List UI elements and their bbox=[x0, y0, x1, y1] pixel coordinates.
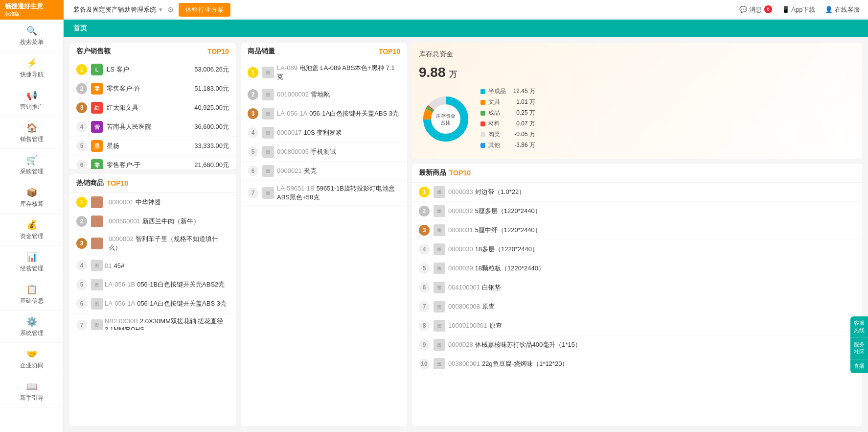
settings-icon[interactable]: ⚙ bbox=[167, 5, 174, 14]
trial-button[interactable]: 体验行业方案 bbox=[179, 3, 230, 17]
online-service[interactable]: 👤 在线客服 bbox=[825, 5, 860, 14]
product-info: LA-089电池盖 LA-089 ABS本色+黑种 7.1克 bbox=[277, 64, 400, 81]
table-row[interactable]: 6 图 0000021夹克 bbox=[241, 162, 407, 181]
rank-number: 9 bbox=[419, 339, 430, 350]
sidebar-item-finance-label: 资金管理 bbox=[20, 232, 44, 240]
product-image: 图 bbox=[262, 165, 274, 177]
float-btn-community[interactable]: 服务社区 bbox=[850, 338, 868, 360]
sidebar-item-marketing[interactable]: 📢 营销推广 bbox=[0, 84, 63, 117]
logo: 畅捷通好生意 标准版 bbox=[0, 0, 64, 20]
avatar: 零 bbox=[91, 159, 103, 169]
list-item[interactable]: 6 图 004100001白钢垫 bbox=[412, 278, 862, 297]
sidebar-item-quicknav[interactable]: ⚡ 快捷导航 bbox=[0, 52, 63, 84]
list-item[interactable]: 4 图 0145# bbox=[69, 256, 236, 275]
table-row[interactable]: 5 图 000800005手机测试 bbox=[241, 143, 407, 162]
list-item[interactable]: 5 图 000002918颗粒板（1220*2440） bbox=[412, 259, 862, 278]
sidebar-item-basic-info[interactable]: 📋 基础信息 bbox=[0, 278, 63, 311]
message-label: 消息 bbox=[749, 6, 762, 13]
table-row[interactable]: 4 图 000001710S 变利罗浆 bbox=[241, 123, 407, 143]
rank-number: 1 bbox=[76, 197, 87, 208]
float-btn-live[interactable]: 直播 bbox=[850, 360, 868, 373]
table-row[interactable]: 7 图 LA-59651-1B59651-1B旋转投影灯电池盒ABS黑色+58克 bbox=[241, 181, 407, 206]
sidebar-item-guide[interactable]: 📖 新手引导 bbox=[0, 375, 63, 408]
product-image: 图 bbox=[262, 108, 274, 120]
table-row[interactable]: 3 红 红太阳文具 40,925.00元 bbox=[69, 98, 236, 118]
rank-number: 5 bbox=[76, 141, 87, 151]
legend-value: -3.86 万 bbox=[506, 141, 535, 149]
list-item[interactable]: 8 图 10000100001原查 bbox=[412, 316, 862, 336]
legend-value: -0.05 万 bbox=[506, 130, 535, 139]
collab-icon: 🤝 bbox=[26, 349, 37, 360]
app-download[interactable]: 📱 App下载 bbox=[782, 5, 815, 14]
customer-name: 零售客户-许 bbox=[107, 84, 194, 93]
service-label: 在线客服 bbox=[835, 6, 860, 13]
chevron-down-icon[interactable]: ▾ bbox=[159, 6, 162, 13]
customer-value: 36,600.00元 bbox=[194, 122, 229, 131]
inventory-panel: 库存总资金 9.88 万 bbox=[412, 43, 862, 159]
table-row[interactable]: 5 星 星扬 33,333.00元 bbox=[69, 137, 236, 156]
table-row[interactable]: 1 L LS 客户 53,006.26元 bbox=[69, 60, 236, 79]
list-item[interactable]: 7 图 000800008原查 bbox=[412, 297, 862, 316]
list-item[interactable]: 3 图 00000315厘中纤（1220*2440） bbox=[412, 221, 862, 240]
product-info: 000800005手机测试 bbox=[277, 147, 400, 156]
sidebar-item-inventory[interactable]: 📦 库存核算 bbox=[0, 181, 63, 214]
phone-icon: 📱 bbox=[782, 6, 790, 13]
sidebar-item-operations[interactable]: 📊 经营管理 bbox=[0, 246, 63, 278]
table-row[interactable]: 2 零 零售客户-许 51,183.00元 bbox=[69, 79, 236, 98]
left-column: 客户销售额 TOP10 1 L LS 客户 53,006.26元 2 零 零售客… bbox=[69, 43, 236, 426]
table-row[interactable]: 3 图 LA-056-1A056-1A白色按键开关盖ABS 3壳 bbox=[241, 104, 407, 123]
legend-color bbox=[480, 132, 485, 137]
home-tab[interactable]: 首页 bbox=[64, 20, 97, 37]
list-item[interactable]: 2 000500001新西兰牛肉（新牛） bbox=[69, 212, 236, 231]
sidebar-item-sales[interactable]: 🏠 销售管理 bbox=[0, 117, 63, 149]
svg-text:占比: 占比 bbox=[441, 120, 451, 125]
rank-number: 8 bbox=[419, 320, 430, 331]
message-area[interactable]: 💬 消息 6 bbox=[739, 5, 772, 14]
list-item[interactable]: 9 图 0000028体械嘉核味苏打饮品400毫升（1*15） bbox=[412, 336, 862, 355]
product-info: LA-056-1A056-1A白色按键开关盖ABS 3壳 bbox=[277, 109, 400, 118]
rank-number: 4 bbox=[76, 121, 87, 132]
sidebar-item-finance[interactable]: 💰 资金管理 bbox=[0, 214, 63, 246]
sidebar-item-search[interactable]: 🔍 搜索菜单 bbox=[0, 20, 63, 52]
float-btn-service[interactable]: 客服热线 bbox=[850, 316, 868, 338]
rank-number: 7 bbox=[248, 188, 258, 198]
legend-color bbox=[480, 89, 485, 94]
basic-info-icon: 📋 bbox=[26, 284, 37, 295]
list-item[interactable]: 4 图 000003018多层（1220*2440） bbox=[412, 240, 862, 259]
legend-name: 材料 bbox=[488, 120, 506, 128]
table-row[interactable]: 6 零 零售客户-于 21,680.00元 bbox=[69, 156, 236, 169]
sidebar-item-quicknav-label: 快捷导航 bbox=[20, 71, 44, 79]
sidebar-item-purchase[interactable]: 🛒 采购管理 bbox=[0, 149, 63, 181]
sidebar-item-system[interactable]: ⚙️ 系统管理 bbox=[0, 311, 63, 343]
rank-number: 5 bbox=[248, 146, 258, 157]
avatar: 苦 bbox=[91, 121, 103, 133]
product-info: 0000001中华神器 bbox=[109, 198, 229, 207]
list-item[interactable]: 7 图 NB2.0X30B2.0X30MM双搓花轴.搓花直径2.1MM/ROHS bbox=[69, 313, 236, 330]
sidebar-item-collab[interactable]: 🤝 企业协同 bbox=[0, 343, 63, 375]
list-item[interactable]: 1 0000001中华神器 bbox=[69, 193, 236, 212]
legend-item: 材料 0.07 万 bbox=[480, 120, 535, 128]
product-info: LA-59651-1B59651-1B旋转投影灯电池盒ABS黑色+58克 bbox=[277, 184, 400, 202]
avatar: L bbox=[91, 64, 103, 75]
rank-number: 3 bbox=[419, 225, 430, 236]
new-products-header: 最新商品 TOP10 bbox=[412, 164, 862, 183]
table-row[interactable]: 2 图 001000002雪地靴 bbox=[241, 85, 407, 104]
list-item[interactable]: 1 图 0000033封边带（1.0*22） bbox=[412, 183, 862, 202]
table-row[interactable]: 1 图 LA-089电池盖 LA-089 ABS本色+黑种 7.1克 bbox=[241, 60, 407, 85]
list-item[interactable]: 5 图 LA-056-1B056-1B白色按键开关壳ABS2壳 bbox=[69, 275, 236, 294]
rank-number: 7 bbox=[76, 320, 87, 331]
product-info: 00380000122g鱼豆腐-烧烤味（1*12*20） bbox=[448, 360, 855, 368]
customer-value: 21,680.00元 bbox=[194, 161, 229, 169]
quick-nav-icon: ⚡ bbox=[26, 58, 37, 69]
list-item[interactable]: 6 图 LA-056-1A056-1A白色按键开关盖ABS 3壳 bbox=[69, 294, 236, 313]
sidebar-item-search-label: 搜索菜单 bbox=[20, 38, 44, 47]
product-ranking-title: 商品销量 bbox=[248, 47, 275, 56]
list-item[interactable]: 3 0000002智利车子里（规格不知道填什么） bbox=[69, 231, 236, 256]
list-item[interactable]: 10 图 00380000122g鱼豆腐-烧烤味（1*12*20） bbox=[412, 355, 862, 369]
hot-products-top10: TOP10 bbox=[107, 179, 128, 187]
rank-number: 5 bbox=[419, 263, 430, 274]
product-ranking-header: 商品销量 TOP10 bbox=[241, 43, 407, 60]
table-row[interactable]: 4 苦 苦南县人民医院 36,600.00元 bbox=[69, 118, 236, 137]
system-selector[interactable]: 装备及固定资产辅助管理系统 ▾ bbox=[73, 5, 162, 14]
list-item[interactable]: 2 图 00000325厘多层（1220*2440） bbox=[412, 202, 862, 221]
